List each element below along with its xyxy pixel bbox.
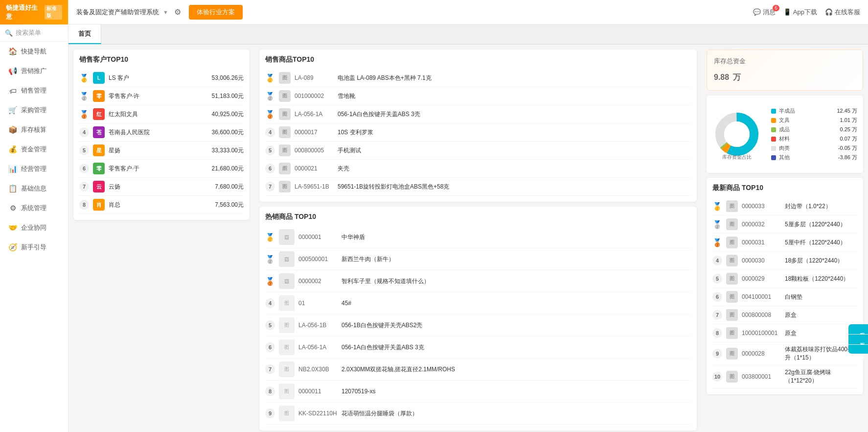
headset-icon: 🎧 bbox=[825, 8, 833, 16]
marketing-icon: 📢 bbox=[8, 67, 17, 75]
sidebar-item-guide[interactable]: 🧭新手引导 bbox=[0, 238, 68, 257]
customer-value: 33,333.00元 bbox=[212, 146, 244, 155]
float-service-btn[interactable]: 直播 bbox=[848, 345, 868, 354]
list-item: 其他 -3.86 万 bbox=[771, 153, 857, 162]
sidebar-item-basic[interactable]: 📋基础信息 bbox=[0, 179, 68, 198]
legend-value: -3.86 万 bbox=[838, 154, 857, 161]
top-customers-title: 销售客户TOP10 bbox=[79, 55, 244, 64]
product-image: 图 bbox=[279, 361, 295, 377]
table-row: 🥉 🖼 0000002 智利车子里（规格不知道填什么） bbox=[265, 270, 691, 292]
rank-number: 8 bbox=[712, 328, 722, 338]
product-name: 手机测试 bbox=[338, 146, 691, 155]
app-logo: 畅捷通好生意 标准版 bbox=[0, 0, 68, 24]
table-row: 7 图 LA-59651-1B 59651-1B旋转投影灯电池盒ABS黑色+58… bbox=[265, 178, 691, 196]
search-icon: 🔍 bbox=[5, 29, 13, 37]
try-button[interactable]: 体验行业方案 bbox=[189, 5, 243, 20]
rank-number: 5 bbox=[265, 145, 275, 155]
sidebar-item-inventory[interactable]: 📦库存核算 bbox=[0, 120, 68, 140]
message-btn[interactable]: 💬 消息 6 bbox=[753, 8, 776, 17]
table-row: 7 图 NB2.0X30B 2.0X30MM双搓花轴,搓花直径2.1MM/ROH… bbox=[265, 359, 691, 381]
table-row: 4 图 0000030 18多层（1220*2440） bbox=[712, 252, 857, 270]
product-image: 图 bbox=[279, 317, 295, 333]
rank-number: 5 bbox=[79, 145, 89, 155]
customer-value: 7,563.00元 bbox=[215, 201, 244, 209]
sidebar-item-operation[interactable]: 📊经营管理 bbox=[0, 159, 68, 179]
legend-name: 材料 bbox=[779, 135, 837, 143]
finance-label: 资金管理 bbox=[21, 145, 46, 154]
tab-home[interactable]: 首页 bbox=[69, 24, 101, 44]
customer-value: 7,680.00元 bbox=[215, 183, 244, 191]
search-menu[interactable]: 🔍 搜索菜单 bbox=[0, 24, 68, 42]
sidebar-item-quick-nav[interactable]: 🏠快捷导航 bbox=[0, 42, 68, 61]
settings-icon[interactable]: ⚙ bbox=[174, 7, 181, 17]
product-name: 夹壳 bbox=[338, 165, 691, 173]
medal-icon: 🥉 bbox=[712, 238, 722, 247]
product-code: 0000002 bbox=[298, 278, 338, 285]
marketing-label: 营销推广 bbox=[21, 67, 46, 75]
sales-products-title: 销售商品TOP10 bbox=[265, 55, 691, 64]
system-selector[interactable]: 装备及固定资产辅助管理系统 ▼ bbox=[76, 8, 168, 17]
system-icon: ⚙ bbox=[8, 204, 17, 213]
top-customers-card: 销售客户TOP10 🥇 L LS 客户 53,006.26元 🥈 零 零售客户·… bbox=[73, 49, 250, 220]
sidebar-item-finance[interactable]: 💰资金管理 bbox=[0, 140, 68, 159]
avatar: 苍 bbox=[93, 126, 105, 138]
product-name: 45# bbox=[342, 300, 691, 307]
avatar: 红 bbox=[93, 108, 105, 120]
rank-number: 4 bbox=[265, 127, 275, 137]
product-image: 图 bbox=[279, 339, 295, 355]
legend-color bbox=[771, 146, 776, 151]
table-row: 🥇 图 0000033 封边带（1.0*22） bbox=[712, 197, 857, 216]
customer-value: 53,006.26元 bbox=[212, 74, 244, 82]
sidebar-item-sales[interactable]: 🏷销售管理 bbox=[0, 81, 68, 100]
product-code: 0000033 bbox=[742, 203, 781, 210]
table-row: 8 图 10000100001 原盒 bbox=[712, 324, 857, 342]
float-service-btn[interactable]: 服务社区 bbox=[848, 335, 868, 344]
sales-label: 销售管理 bbox=[21, 86, 46, 95]
table-row: 🥇 🖼 0000001 中华神盾 bbox=[265, 226, 691, 248]
sidebar-nav: 🏠快捷导航📢营销推广🏷销售管理🛒采购管理📦库存核算💰资金管理📊经营管理📋基础信息… bbox=[0, 42, 68, 432]
product-code: LA-056-1A bbox=[298, 344, 338, 351]
donut-label: 库存资金占比 bbox=[722, 154, 752, 161]
medal-icon: 🥉 bbox=[79, 110, 89, 119]
inventory-label: 库存核算 bbox=[21, 125, 46, 134]
table-row: 9 图 0000028 体裁荔枝味苏打饮品400毫升（1*15） bbox=[712, 342, 857, 365]
product-code: 004100001 bbox=[742, 293, 781, 300]
inventory-chart-card: 库存资金占比 半成品 12.45 万 文具 1.01 万 成品 0.25 万 材… bbox=[707, 96, 863, 173]
float-service-btn[interactable]: 客服热线 bbox=[848, 324, 868, 334]
app-version: 标准版 bbox=[45, 5, 62, 20]
medal-icon: 🥇 bbox=[265, 233, 275, 242]
message-icon: 💬 bbox=[753, 8, 761, 16]
sidebar-item-company[interactable]: 🤝企业协同 bbox=[0, 218, 68, 238]
online-service-btn[interactable]: 🎧 在线客服 bbox=[825, 8, 860, 17]
customer-name: 红太阳文具 bbox=[109, 110, 208, 119]
system-label: 系统管理 bbox=[21, 204, 46, 213]
rank-number: 7 bbox=[79, 182, 89, 192]
sidebar-item-system[interactable]: ⚙系统管理 bbox=[0, 198, 68, 218]
inventory-value: 9.88 万 bbox=[714, 68, 856, 83]
list-item: 肉类 -0.05 万 bbox=[771, 144, 857, 153]
product-code: 003800001 bbox=[742, 373, 781, 380]
legend-value: 0.07 万 bbox=[840, 135, 857, 143]
product-avatar: 图 bbox=[726, 273, 738, 285]
sidebar-item-marketing[interactable]: 📢营销推广 bbox=[0, 61, 68, 81]
app-download-btn[interactable]: 📱 App下载 bbox=[783, 8, 817, 17]
product-avatar: 图 bbox=[726, 255, 738, 266]
product-name: 5厘中纤（1220*2440） bbox=[785, 239, 857, 247]
table-row: 🥉 图 LA-056-1A 056-1A白色按键开关盖ABS 3壳 bbox=[265, 105, 691, 123]
product-image: 图 bbox=[279, 295, 295, 311]
sidebar-item-purchase[interactable]: 🛒采购管理 bbox=[0, 100, 68, 120]
table-row: 9 图 KK-SD22110H 花语萌恒温分腿睡袋（厚款） bbox=[265, 403, 691, 425]
table-row: 6 图 0000021 夹壳 bbox=[265, 160, 691, 178]
product-avatar: 图 bbox=[726, 327, 738, 339]
list-item: 半成品 12.45 万 bbox=[771, 106, 857, 116]
inventory-icon: 📦 bbox=[8, 125, 17, 134]
legend-name: 肉类 bbox=[779, 144, 835, 152]
table-row: 8 图 0000011 12070519-xs bbox=[265, 381, 691, 403]
product-avatar: 图 bbox=[726, 371, 738, 383]
rank-number: 8 bbox=[265, 386, 275, 396]
new-products-title: 最新商品 TOP10 bbox=[712, 184, 857, 192]
avatar: 零 bbox=[93, 90, 105, 102]
quick-nav-icon: 🏠 bbox=[8, 47, 17, 56]
product-avatar: 图 bbox=[279, 144, 291, 156]
rank-number: 5 bbox=[265, 320, 275, 330]
